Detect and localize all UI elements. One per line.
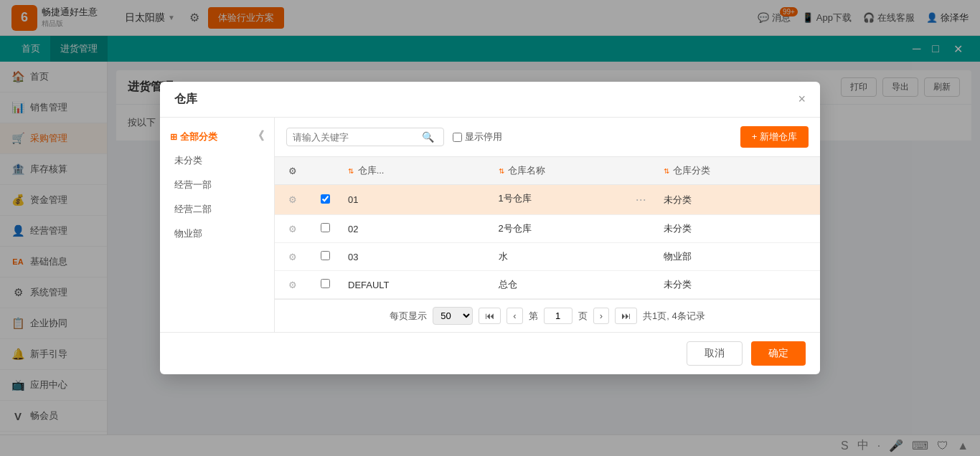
search-input[interactable] — [293, 132, 422, 143]
row-checkbox[interactable] — [321, 251, 330, 260]
page-number-input[interactable] — [544, 308, 573, 324]
warehouse-table-wrap: ⚙ ⇅ 仓库... ⇅ 仓库名称 — [275, 157, 820, 299]
sort-category-icon: ⇅ — [664, 167, 669, 175]
dialog-title: 仓库 — [174, 92, 197, 107]
row-no: 01 — [339, 185, 490, 215]
category-all-header[interactable]: ⊞ 全部分类 《 — [160, 125, 274, 148]
col-header-gear: ⚙ — [275, 157, 311, 185]
row-checkbox-cell[interactable] — [311, 185, 339, 215]
row-checkbox-cell[interactable] — [311, 215, 339, 243]
col-header-name: ⇅ 仓库名称 — [490, 157, 655, 185]
row-checkbox[interactable] — [321, 194, 330, 204]
search-bar: 🔍 显示停用 + 新增仓库 — [275, 118, 820, 157]
page-next-button[interactable]: › — [593, 308, 609, 324]
per-page-select[interactable]: 50 100 — [433, 307, 473, 325]
total-info: 共1页, 4条记录 — [643, 310, 705, 323]
page-label: 页 — [578, 310, 588, 323]
col-header-category: ⇅ 仓库分类 — [655, 157, 820, 185]
category-item-ops2[interactable]: 经营二部 — [160, 197, 274, 222]
row-checkbox[interactable] — [321, 279, 330, 288]
row-no: 02 — [339, 215, 490, 243]
show-disabled-wrap: 显示停用 — [453, 130, 502, 143]
row-name: 总仓 — [490, 271, 655, 299]
collapse-panel-icon[interactable]: 《 — [253, 129, 264, 144]
table-row[interactable]: ⚙ 03 水 物业部 — [275, 243, 820, 271]
modal-overlay: 仓库 × ⊞ 全部分类 《 未分类 经营一部 经营二部 物业部 — [0, 0, 980, 456]
warehouse-dialog: 仓库 × ⊞ 全部分类 《 未分类 经营一部 经营二部 物业部 — [160, 82, 820, 374]
per-page-label: 每页显示 — [390, 310, 427, 323]
all-category-label: 全部分类 — [180, 130, 217, 143]
table-row[interactable]: ⚙ 01 1号仓库··· 未分类 — [275, 185, 820, 215]
sort-name-icon: ⇅ — [499, 167, 504, 175]
category-item-unclassified[interactable]: 未分类 — [160, 148, 274, 173]
table-row[interactable]: ⚙ DEFAULT 总仓 未分类 — [275, 271, 820, 299]
category-item-property[interactable]: 物业部 — [160, 222, 274, 246]
warehouse-table: ⚙ ⇅ 仓库... ⇅ 仓库名称 — [275, 157, 820, 299]
sort-code-icon: ⇅ — [348, 167, 354, 175]
col-name-label: 仓库名称 — [508, 165, 545, 176]
row-gear-icon[interactable]: ⚙ — [275, 185, 311, 215]
row-category: 未分类 — [655, 215, 820, 243]
category-item-ops1[interactable]: 经营一部 — [160, 173, 274, 197]
row-name: 2号仓库 — [490, 215, 655, 243]
dialog-header: 仓库 × — [160, 82, 820, 118]
row-gear-icon[interactable]: ⚙ — [275, 271, 311, 299]
page-label-pre: 第 — [529, 310, 538, 323]
row-category: 未分类 — [655, 271, 820, 299]
show-disabled-label[interactable]: 显示停用 — [465, 130, 502, 143]
row-checkbox[interactable] — [321, 223, 330, 232]
row-category: 物业部 — [655, 243, 820, 271]
row-checkbox-cell[interactable] — [311, 271, 339, 299]
grid-icon: ⊞ — [170, 132, 177, 142]
col-header-check — [311, 157, 339, 185]
row-gear-icon[interactable]: ⚙ — [275, 215, 311, 243]
col-code-label: 仓库... — [358, 165, 385, 176]
row-more-icon[interactable]: ··· — [636, 192, 646, 207]
row-no: DEFAULT — [339, 271, 490, 299]
add-warehouse-button[interactable]: + 新增仓库 — [740, 126, 809, 148]
category-panel: ⊞ 全部分类 《 未分类 经营一部 经营二部 物业部 — [160, 118, 275, 332]
col-header-code: ⇅ 仓库... — [339, 157, 490, 185]
pagination: 每页显示 50 100 ⏮ ‹ 第 页 › ⏭ 共1页, 4条记录 — [275, 299, 820, 332]
row-category: 未分类 — [655, 185, 820, 215]
row-no: 03 — [339, 243, 490, 271]
right-panel: 🔍 显示停用 + 新增仓库 ⚙ — [275, 118, 820, 332]
show-disabled-checkbox[interactable] — [453, 133, 462, 142]
row-gear-icon[interactable]: ⚙ — [275, 243, 311, 271]
row-name: 1号仓库··· — [490, 185, 655, 215]
page-prev-button[interactable]: ‹ — [507, 308, 522, 324]
search-icon[interactable]: 🔍 — [422, 131, 434, 143]
search-input-wrap: 🔍 — [286, 128, 444, 146]
cancel-button[interactable]: 取消 — [687, 341, 743, 366]
dialog-close-button[interactable]: × — [798, 92, 806, 107]
row-name: 水 — [490, 243, 655, 271]
col-category-label: 仓库分类 — [673, 165, 710, 176]
dialog-body: ⊞ 全部分类 《 未分类 经营一部 经营二部 物业部 🔍 — [160, 118, 820, 332]
page-last-button[interactable]: ⏭ — [615, 308, 637, 324]
table-row[interactable]: ⚙ 02 2号仓库 未分类 — [275, 215, 820, 243]
page-first-button[interactable]: ⏮ — [479, 308, 501, 324]
dialog-footer: 取消 确定 — [160, 332, 820, 374]
confirm-button[interactable]: 确定 — [751, 341, 806, 366]
row-checkbox-cell[interactable] — [311, 243, 339, 271]
